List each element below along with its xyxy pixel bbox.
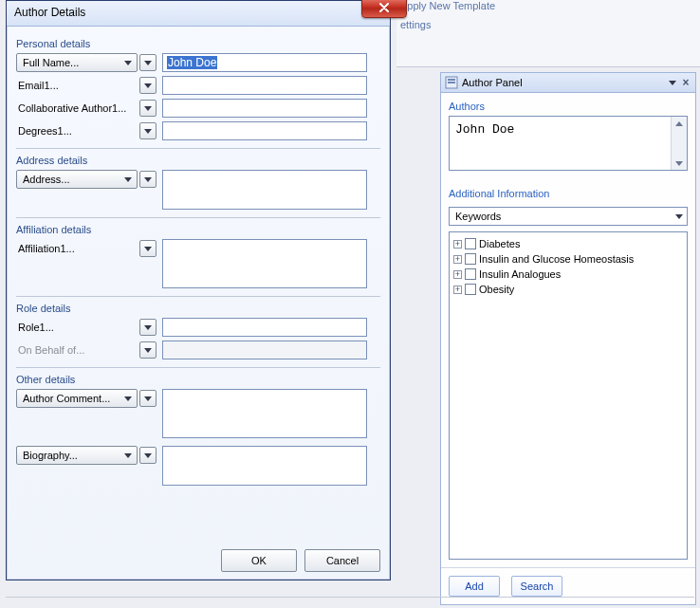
address-extra-dropdown[interactable]	[139, 171, 157, 188]
status-bar-divider	[6, 597, 694, 605]
checkbox[interactable]	[465, 253, 476, 265]
chevron-down-icon	[124, 453, 132, 458]
collab-author-input[interactable]	[162, 99, 367, 118]
collab-author-label: Collaborative Author1...	[16, 102, 139, 114]
tree-item-label: Diabetes	[479, 238, 520, 249]
panel-icon	[443, 74, 460, 91]
author-list-item: John Doe	[455, 122, 514, 137]
author-comment-textarea[interactable]	[162, 389, 367, 438]
author-comment-extra-dropdown[interactable]	[139, 390, 157, 407]
address-dropdown[interactable]: Address...	[16, 170, 138, 189]
chevron-down-icon	[124, 396, 132, 401]
dialog-button-bar: OK Cancel	[221, 549, 380, 572]
chevron-down-icon	[144, 348, 152, 353]
chevron-down-icon	[144, 106, 152, 111]
tree-item[interactable]: + Obesity	[453, 282, 683, 297]
group-affiliation: Affiliation details	[16, 224, 380, 235]
group-role: Role details	[16, 303, 380, 314]
authors-list[interactable]: John Doe	[449, 116, 688, 171]
expand-icon[interactable]: +	[453, 255, 462, 264]
on-behalf-dropdown[interactable]	[139, 341, 157, 359]
address-textarea[interactable]	[162, 170, 367, 210]
group-personal: Personal details	[16, 38, 380, 49]
email-dropdown[interactable]	[139, 77, 157, 94]
chevron-down-icon	[144, 61, 152, 65]
panel-close-icon[interactable]: ×	[678, 75, 693, 90]
keywords-select-value: Keywords	[455, 211, 501, 222]
biography-extra-dropdown[interactable]	[139, 447, 157, 464]
biography-textarea[interactable]	[162, 446, 367, 486]
svg-rect-2	[448, 82, 455, 83]
chevron-down-icon	[144, 247, 152, 251]
tree-item-label: Obesity	[479, 284, 514, 295]
close-icon	[378, 3, 390, 12]
role-dropdown[interactable]	[139, 319, 157, 336]
on-behalf-input	[162, 341, 367, 359]
svg-rect-1	[448, 79, 455, 81]
ribbon-background: Apply New Template ettings	[396, 0, 700, 67]
full-name-value: John Doe	[167, 56, 217, 69]
group-other: Other details	[16, 374, 380, 385]
address-dropdown-label: Address...	[23, 174, 70, 185]
dialog-title: Author Details	[14, 6, 85, 19]
chevron-down-icon	[144, 453, 152, 458]
chevron-down-icon	[144, 325, 152, 330]
cancel-button[interactable]: Cancel	[304, 549, 380, 572]
dialog-titlebar: Author Details	[7, 1, 390, 27]
chevron-down-icon	[144, 129, 152, 134]
tree-item[interactable]: + Insulin Analogues	[453, 267, 683, 282]
keywords-select[interactable]: Keywords	[449, 207, 688, 226]
full-name-dropdown[interactable]: Full Name...	[16, 53, 138, 72]
affiliation-dropdown[interactable]	[139, 240, 157, 257]
authors-label: Authors	[449, 101, 688, 112]
scroll-up-icon[interactable]	[672, 117, 686, 130]
expand-icon[interactable]: +	[453, 270, 462, 279]
search-button[interactable]: Search	[511, 576, 562, 597]
email-input[interactable]	[162, 76, 367, 95]
full-name-input[interactable]: John Doe	[162, 53, 367, 72]
expand-icon[interactable]: +	[453, 286, 462, 294]
chevron-down-icon	[675, 214, 683, 219]
tree-item-label: Insulin and Glucose Homeostasis	[479, 253, 634, 265]
additional-info-label: Additional Information	[449, 188, 688, 199]
author-comment-dropdown[interactable]: Author Comment...	[16, 389, 138, 408]
keyword-tree[interactable]: + Diabetes + Insulin and Glucose Homeost…	[449, 231, 688, 560]
close-button[interactable]	[361, 0, 407, 18]
affiliation-textarea[interactable]	[162, 239, 367, 288]
tree-item-label: Insulin Analogues	[479, 268, 561, 280]
group-address: Address details	[16, 155, 380, 166]
biography-dropdown[interactable]: Biography...	[16, 446, 138, 465]
author-details-dialog: Author Details Personal details Full Nam…	[6, 0, 391, 580]
collab-author-dropdown[interactable]	[139, 100, 157, 117]
degrees-input[interactable]	[162, 121, 367, 140]
expand-icon[interactable]: +	[453, 240, 462, 249]
chevron-down-icon	[124, 177, 132, 182]
chevron-down-icon	[144, 396, 152, 401]
tree-item[interactable]: + Diabetes	[453, 236, 683, 251]
role-label: Role1...	[16, 322, 139, 333]
role-input[interactable]	[162, 318, 367, 337]
degrees-label: Degrees1...	[16, 125, 139, 137]
tree-item[interactable]: + Insulin and Glucose Homeostasis	[453, 251, 683, 267]
ribbon-settings[interactable]: ettings	[400, 19, 431, 30]
panel-header: Author Panel ×	[441, 73, 695, 93]
chevron-down-icon	[124, 61, 132, 65]
full-name-dropdown-label: Full Name...	[23, 57, 79, 68]
scrollbar[interactable]	[671, 117, 687, 170]
checkbox[interactable]	[465, 284, 476, 295]
chevron-down-icon	[144, 83, 152, 88]
email-label: Email1...	[16, 80, 139, 91]
scroll-down-icon[interactable]	[672, 157, 686, 170]
degrees-dropdown[interactable]	[139, 122, 157, 139]
checkbox[interactable]	[465, 268, 476, 280]
chevron-down-icon	[144, 177, 152, 182]
author-panel: Author Panel × Authors John Doe Addition…	[440, 72, 696, 605]
on-behalf-label: On Behalf of...	[16, 344, 139, 356]
affiliation-label: Affiliation1...	[16, 243, 139, 254]
full-name-extra-dropdown[interactable]	[139, 54, 157, 71]
add-button[interactable]: Add	[449, 576, 500, 597]
ok-button[interactable]: OK	[221, 549, 297, 572]
checkbox[interactable]	[465, 238, 476, 249]
author-comment-dropdown-label: Author Comment...	[23, 393, 110, 404]
ribbon-apply-template[interactable]: Apply New Template	[400, 0, 495, 11]
